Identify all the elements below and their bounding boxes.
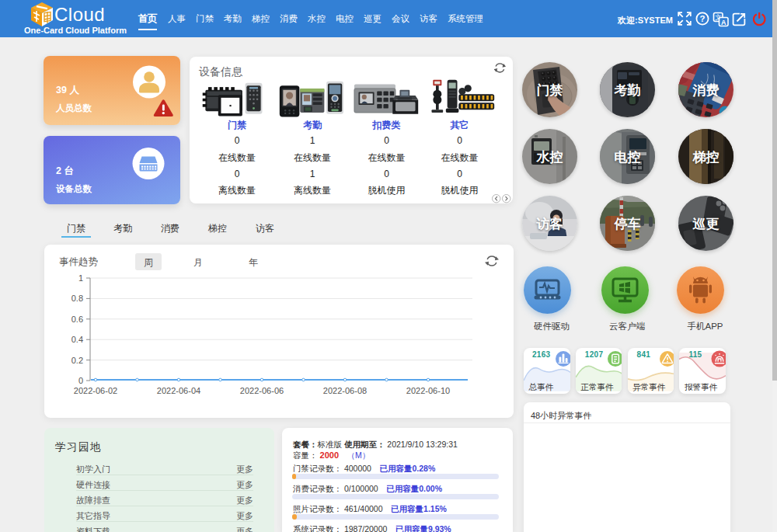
svg-text:0.2: 0.2 bbox=[71, 356, 83, 365]
svg-text:2022-06-04: 2022-06-04 bbox=[157, 386, 200, 395]
svg-text:0.4: 0.4 bbox=[71, 335, 83, 344]
svg-text:A: A bbox=[721, 19, 726, 26]
svg-text:周: 周 bbox=[144, 257, 153, 268]
svg-text:月: 月 bbox=[193, 257, 203, 268]
svg-text:年: 年 bbox=[249, 257, 258, 268]
svg-text:2022-06-10: 2022-06-10 bbox=[406, 386, 450, 395]
svg-text:0: 0 bbox=[78, 376, 83, 385]
svg-text:?: ? bbox=[699, 14, 705, 23]
svg-text:0.8: 0.8 bbox=[71, 294, 83, 303]
svg-text:事件趋势: 事件趋势 bbox=[59, 256, 99, 267]
svg-text:1: 1 bbox=[78, 273, 83, 283]
svg-text:0.6: 0.6 bbox=[71, 315, 83, 324]
svg-text:2022-06-02: 2022-06-02 bbox=[74, 386, 117, 395]
svg-text:2022-06-08: 2022-06-08 bbox=[323, 386, 367, 395]
svg-text:2022-06-06: 2022-06-06 bbox=[240, 386, 284, 395]
